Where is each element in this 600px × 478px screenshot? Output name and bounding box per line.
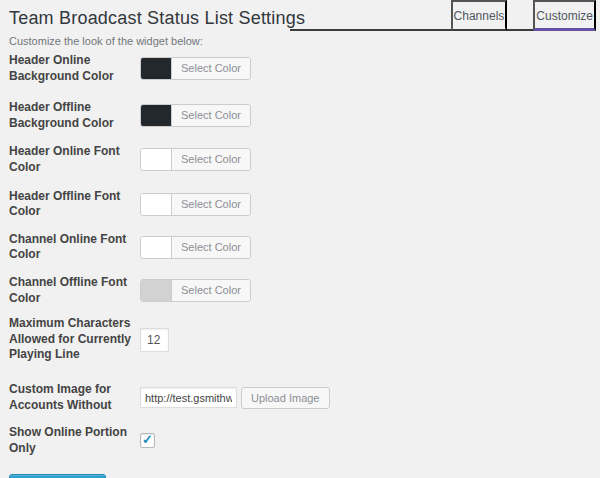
setting-label: Header Offline Font Color — [9, 189, 140, 220]
setting-label: Header Online Font Color — [9, 144, 140, 175]
settings-form: Header Online Background Color Select Co… — [9, 53, 591, 478]
select-color-label: Select Color — [171, 237, 250, 258]
select-color-label: Select Color — [171, 105, 250, 126]
settings-page: Channels Customize Team Broadcast Status… — [0, 0, 600, 478]
tab-bar: Channels Customize — [290, 0, 596, 31]
select-color-label: Select Color — [171, 58, 250, 79]
select-color-label: Select Color — [171, 149, 250, 170]
color-picker-button[interactable]: Select Color — [140, 148, 251, 171]
max-characters-input[interactable] — [140, 328, 169, 352]
color-swatch — [141, 58, 171, 79]
color-swatch — [141, 280, 171, 301]
setting-row-header-online-font: Header Online Font Color Select Color — [9, 144, 591, 175]
setting-label: Header Offline Background Color — [9, 100, 140, 131]
color-picker-button[interactable]: Select Color — [140, 279, 251, 302]
setting-row-channel-online-font: Channel Online Font Color Select Color — [9, 232, 591, 263]
setting-row-header-offline-font: Header Offline Font Color Select Color — [9, 189, 591, 220]
color-swatch — [141, 194, 171, 215]
setting-label: Channel Online Font Color — [9, 232, 140, 263]
show-online-checkbox[interactable] — [140, 433, 155, 448]
setting-row-channel-offline-font: Channel Offline Font Color Select Color — [9, 275, 591, 306]
custom-image-url-input[interactable] — [140, 387, 237, 408]
save-changes-button[interactable]: Save Changes — [9, 474, 106, 478]
setting-row-header-offline-bg: Header Offline Background Color Select C… — [9, 100, 591, 131]
color-picker-button[interactable]: Select Color — [140, 57, 251, 80]
setting-label: Header Online Background Color — [9, 53, 140, 84]
tab-channels[interactable]: Channels — [451, 0, 508, 31]
setting-row-max-characters: Maximum Characters Allowed for Currently… — [9, 316, 591, 363]
setting-row-header-online-bg: Header Online Background Color Select Co… — [9, 53, 591, 84]
setting-label: Channel Offline Font Color — [9, 275, 140, 306]
setting-row-custom-image: Custom Image for Accounts Without Upload… — [9, 382, 591, 413]
setting-label: Maximum Characters Allowed for Currently… — [9, 316, 140, 363]
select-color-label: Select Color — [171, 194, 250, 215]
color-swatch — [141, 237, 171, 258]
color-swatch — [141, 105, 171, 126]
color-picker-button[interactable]: Select Color — [140, 193, 251, 216]
color-picker-button[interactable]: Select Color — [140, 236, 251, 259]
color-swatch — [141, 149, 171, 170]
setting-row-show-online-only: Show Online Portion Only — [9, 425, 591, 456]
tab-customize[interactable]: Customize — [533, 0, 596, 31]
upload-image-button[interactable]: Upload Image — [241, 387, 330, 409]
color-picker-button[interactable]: Select Color — [140, 104, 251, 127]
select-color-label: Select Color — [171, 280, 250, 301]
page-subtitle: Customize the look of the widget below: — [9, 35, 591, 47]
setting-label: Custom Image for Accounts Without — [9, 382, 140, 413]
setting-label: Show Online Portion Only — [9, 425, 140, 456]
